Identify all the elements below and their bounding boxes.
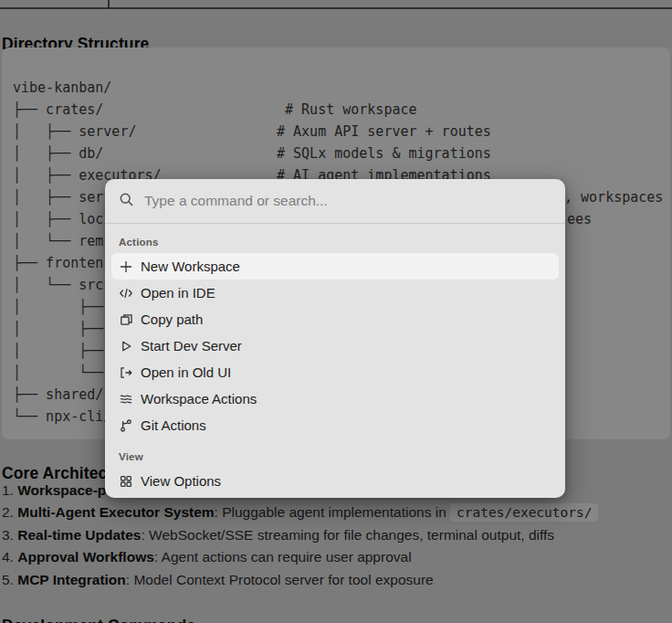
code-icon xyxy=(119,286,133,301)
palette-item-git-actions[interactable]: Git Actions xyxy=(111,412,559,438)
palette-item-label: Start Dev Server xyxy=(141,338,242,354)
exit-icon xyxy=(119,365,133,380)
palette-item-view-options[interactable]: View Options xyxy=(111,468,559,494)
command-search-input[interactable] xyxy=(142,192,551,210)
plus-icon xyxy=(119,259,133,274)
play-icon xyxy=(119,339,133,354)
palette-section-label: Actions xyxy=(111,231,559,253)
palette-item-label: Open in IDE xyxy=(141,285,215,301)
palette-item-copy-path[interactable]: Copy path xyxy=(111,306,559,333)
palette-item-workspace-actions[interactable]: Workspace Actions xyxy=(111,385,559,412)
palette-item-label: Git Actions xyxy=(141,417,206,433)
search-icon xyxy=(119,192,134,211)
palette-item-start-dev-server[interactable]: Start Dev Server xyxy=(111,333,559,359)
command-palette-list: ActionsNew WorkspaceOpen in IDECopy path… xyxy=(105,224,565,498)
palette-section-label: View xyxy=(111,438,559,468)
git-branch-icon xyxy=(119,418,133,433)
palette-item-label: New Workspace xyxy=(141,259,240,274)
layers-icon xyxy=(119,392,133,407)
palette-item-label: Workspace Actions xyxy=(141,391,257,407)
palette-item-open-in-ide[interactable]: Open in IDE xyxy=(111,280,559,306)
palette-item-new-workspace[interactable]: New Workspace xyxy=(111,253,559,280)
command-palette: ActionsNew WorkspaceOpen in IDECopy path… xyxy=(105,179,565,498)
copy-icon xyxy=(119,312,133,327)
palette-item-open-in-old-ui[interactable]: Open in Old UI xyxy=(111,359,559,385)
palette-item-label: Copy path xyxy=(141,312,203,327)
grid-icon xyxy=(119,474,133,489)
palette-item-label: Open in Old UI xyxy=(141,364,231,380)
palette-item-label: View Options xyxy=(141,473,221,489)
command-palette-search-row xyxy=(105,179,565,224)
